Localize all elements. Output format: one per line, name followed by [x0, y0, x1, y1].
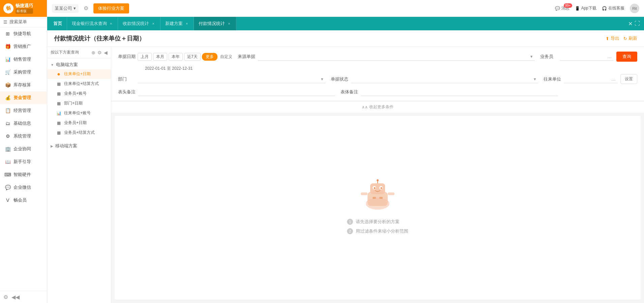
tab-receipt-stats[interactable]: 收款情况统计 × — [118, 17, 160, 30]
tab-close-all-icon[interactable]: ✕ — [628, 21, 633, 27]
scheme-icon-1: ▦ — [56, 81, 61, 87]
filter-partner: 往来单位 … 设置 — [544, 74, 637, 84]
sidebar-item-finance[interactable]: 💰 资金管理 — [0, 91, 47, 104]
sidebar-item-system[interactable]: ⚙ 系统管理 — [0, 130, 47, 143]
filter-row-1: 单据日期 上月 本月 本年 近7天 更多 自定义 来源单据 — [118, 52, 637, 62]
panel-collapse-btn[interactable]: ◀ — [104, 50, 108, 55]
collapse-label: 收起更多条件 — [369, 104, 393, 110]
sales-icon: 📊 — [5, 56, 11, 62]
voucher-status-arrow-icon: ▾ — [534, 77, 536, 82]
scheme-item-staff-acct[interactable]: ▦ 业务员+账号 — [47, 89, 111, 98]
scheme-item-label: 往来单位+账号 — [64, 110, 91, 116]
sidebar-item-marketing[interactable]: 🎁 营销推广 — [0, 40, 47, 53]
tab-new-scheme-close[interactable]: × — [185, 21, 189, 26]
tab-bank-flow-close[interactable]: × — [109, 21, 113, 26]
scheme-item-staff-date[interactable]: ▦ 业务员+日期 — [47, 118, 111, 128]
tab-receipt-stats-label: 收款情况统计 — [123, 21, 149, 27]
sidebar-item-enterprise[interactable]: 🏢 企业协同 — [0, 143, 47, 155]
sidebar-item-purchase[interactable]: 🛒 采购管理 — [0, 66, 47, 79]
date-btn-this-month[interactable]: 本月 — [153, 53, 167, 61]
chevron-down-icon: ▾ — [74, 6, 76, 11]
dept-select[interactable]: ▾ — [138, 75, 325, 83]
sidebar-item-vip[interactable]: V 畅会员 — [0, 194, 47, 207]
svg-point-5 — [374, 187, 376, 189]
body-note-label: 表体备注 — [341, 89, 358, 95]
sidebar-item-basic[interactable]: 🗂 基础信息 — [0, 117, 47, 130]
header-actions: ⬆ 导出 ↻ 刷新 — [606, 35, 637, 41]
system-icon: ⚙ — [5, 133, 11, 139]
settings-small-btn[interactable]: 设置 — [620, 74, 637, 84]
query-btn[interactable]: 查询 — [616, 52, 637, 62]
sidebar-item-operation[interactable]: 📋 经营管理 — [0, 104, 47, 117]
sidebar-item-smart-hw[interactable]: ⌨ 智能硬件 — [0, 168, 47, 181]
panel-toolbar: 按以下方案查询 ⊕ ⚙ ◀ — [47, 47, 111, 58]
partner-select[interactable]: … — [564, 75, 618, 83]
user-name: Rit — [632, 6, 637, 10]
mobile-group-header[interactable]: ▶ 移动端方案 — [47, 142, 111, 150]
tab-home[interactable]: 首页 — [49, 17, 67, 30]
tip-num-2: 2 — [347, 228, 353, 234]
tab-bank-flow[interactable]: 现金银行流水查询 × — [67, 17, 118, 30]
source-arrow-icon: ▾ — [530, 54, 533, 59]
topbar-settings-btn[interactable]: ⚙ — [81, 4, 91, 13]
sidebar-item-label: 企业协同 — [13, 146, 31, 152]
tab-maximize-icon[interactable]: ⛶ — [635, 21, 640, 27]
trial-btn[interactable]: 体验行业方案 — [93, 3, 129, 13]
export-btn[interactable]: ⬆ 导出 — [606, 35, 619, 41]
sidebar-item-label: 畅会员 — [13, 197, 27, 203]
scheme-item-label: 部门+日期 — [64, 100, 83, 106]
sidebar-item-quick-nav[interactable]: ⊞ 快捷导航 — [0, 27, 47, 40]
search-menu[interactable]: ☰ 搜索菜单 — [0, 17, 47, 27]
sidebar-item-inventory[interactable]: 📦 库存核算 — [0, 79, 47, 91]
notification-btn[interactable]: 💬 消息 99+ — [555, 5, 569, 11]
app-download-btn[interactable]: 📱 App下载 — [575, 5, 596, 11]
scheme-item-unit-settle[interactable]: ▦ 往来单位+结算方式 — [47, 79, 111, 89]
tab-payment-stats[interactable]: 付款情况统计 × — [194, 17, 236, 30]
scheme-settings-btn[interactable]: ⚙ — [97, 50, 102, 55]
company-selector[interactable]: 某某公司 ▾ — [52, 4, 79, 13]
date-btn-more[interactable]: 更多 — [202, 53, 217, 61]
salesperson-arrow-icon: … — [607, 54, 612, 59]
desktop-arrow-icon: ▼ — [51, 63, 54, 67]
scheme-item-unit-acct[interactable]: 📊 往来单位+账号 — [47, 108, 111, 118]
source-select[interactable]: ▾ — [258, 53, 535, 61]
sidebar-item-label: 销售管理 — [13, 56, 31, 62]
search-menu-label: 搜索菜单 — [9, 19, 27, 25]
operation-icon: 📋 — [5, 108, 11, 114]
settings-bottom-icon[interactable]: ⚙ — [3, 294, 8, 300]
tab-receipt-close[interactable]: × — [151, 21, 155, 26]
scheme-icon-5: ▦ — [56, 120, 61, 126]
user-avatar[interactable]: Rit — [630, 4, 639, 13]
date-btn-last-month[interactable]: 上月 — [138, 53, 152, 61]
tab-payment-stats-label: 付款情况统计 — [199, 21, 225, 27]
add-scheme-btn[interactable]: ⊕ — [91, 50, 95, 55]
scheme-item-dept-date[interactable]: ▦ 部门+日期 — [47, 98, 111, 108]
sidebar-item-label: 经营管理 — [13, 108, 31, 114]
date-range-display: 2022-01-01 至 2022-12-31 — [145, 66, 193, 71]
date-btn-7days[interactable]: 近7天 — [184, 53, 201, 61]
scheme-item-staff-settle[interactable]: ▦ 业务员+结算方式 — [47, 128, 111, 138]
voucher-status-select[interactable]: ▾ — [351, 75, 538, 83]
header-note-input[interactable] — [138, 88, 335, 96]
desktop-scheme-group: ▼ 电脑端方案 ● 往来单位+日期 ▦ 往来单位+结算方式 ▦ 业务员+账号 — [47, 58, 111, 140]
scheme-item-unit-date[interactable]: ● 往来单位+日期 — [47, 69, 111, 79]
body-note-input[interactable] — [361, 88, 558, 96]
desktop-group-header[interactable]: ▼ 电脑端方案 — [47, 60, 111, 69]
svg-rect-9 — [361, 192, 368, 195]
sidebar-item-weixin[interactable]: 💬 企业微信 — [0, 181, 47, 194]
refresh-btn[interactable]: ↻ 刷新 — [623, 35, 637, 41]
newbie-icon: 📖 — [5, 159, 11, 165]
date-btn-this-year[interactable]: 本年 — [169, 53, 183, 61]
sidebar-item-sales[interactable]: 📊 销售管理 — [0, 53, 47, 66]
tab-new-scheme[interactable]: 新建方案 × — [160, 17, 194, 30]
online-service-btn[interactable]: 🎧 在线客服 — [602, 5, 624, 11]
svg-point-6 — [381, 187, 382, 189]
collapse-more-btn[interactable]: ∧∧ 收起更多条件 — [111, 101, 644, 113]
quick-nav-icon: ⊞ — [5, 31, 11, 37]
sidebar-collapse-icon[interactable]: ◀◀ — [11, 294, 20, 300]
date-range-row: 2022-01-01 至 2022-12-31 — [118, 66, 637, 74]
scheme-icon-4: 📊 — [56, 111, 61, 116]
tab-payment-close[interactable]: × — [227, 21, 231, 26]
sidebar-item-newbie[interactable]: 📖 新手引导 — [0, 155, 47, 168]
salesperson-select[interactable]: … — [560, 53, 614, 61]
